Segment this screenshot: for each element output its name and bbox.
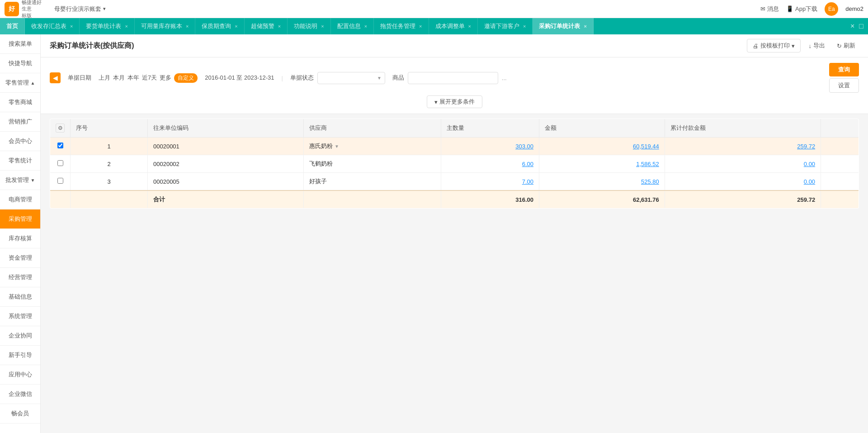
sidebar-item-app-center[interactable]: 应用中心 xyxy=(0,365,40,385)
app-download-button[interactable]: 📱 App下载 xyxy=(786,5,817,13)
table-header-row: ⚙ 序号 往来单位编码 供应商 主数量 金额 累计付款金额 xyxy=(50,119,859,138)
sidebar-item-member[interactable]: 会员中心 xyxy=(0,132,40,151)
custom-date-badge[interactable]: 自定义 xyxy=(174,73,198,83)
avatar: Ea xyxy=(825,2,838,16)
tab-close-icon[interactable]: × xyxy=(278,24,281,29)
sidebar-item-member2[interactable]: 畅会员 xyxy=(0,404,40,423)
page-title: 采购订单统计表(按供应商) xyxy=(50,41,134,51)
sidebar-item-retail-stats[interactable]: 零售统计 xyxy=(0,151,40,171)
sidebar-item-basic-info[interactable]: 基础信息 xyxy=(0,287,40,307)
tab-maximize-button[interactable]: □ xyxy=(859,22,863,30)
row-checkbox[interactable] xyxy=(50,155,71,173)
product-input[interactable] xyxy=(408,72,498,84)
tab-tuohuoRenwu[interactable]: 拖货任务管理 × xyxy=(374,18,429,34)
tab-chengbenTiaozheng[interactable]: 成本调整单 × xyxy=(429,18,478,34)
tab-peizhi[interactable]: 配置信息 × xyxy=(331,18,374,34)
shortcut-this-year[interactable]: 本年 xyxy=(127,74,139,82)
sidebar-item-system[interactable]: 系统管理 xyxy=(0,307,40,326)
tab-yaohuoDanTongji[interactable]: 要货单统计表 × xyxy=(80,18,134,34)
query-button[interactable]: 查询 xyxy=(829,63,859,76)
sidebar-item-marketing[interactable]: 营销推广 xyxy=(0,112,40,132)
sidebar-item-retail-shop[interactable]: 零售商城 xyxy=(0,93,40,112)
expand-more-row: ▾ 展开更多条件 xyxy=(50,93,859,108)
column-settings-icon[interactable]: ⚙ xyxy=(56,124,65,133)
product-more-icon[interactable]: ... xyxy=(502,75,507,81)
sidebar-item-quick-nav[interactable]: 快捷导航 xyxy=(0,54,40,73)
filter-toggle-button[interactable]: ◀ xyxy=(50,72,61,83)
status-select[interactable]: 待审核 已审核 已关闭 xyxy=(317,72,385,84)
row-main-qty[interactable]: 303.00 xyxy=(441,138,539,155)
sidebar-item-retail-manage[interactable]: 零售管理 ▲ xyxy=(0,73,40,93)
sidebar-item-inventory[interactable]: 库存核算 xyxy=(0,229,40,248)
tab-close-icon[interactable]: × xyxy=(235,24,237,29)
sidebar-item-ecommerce[interactable]: 电商管理 xyxy=(0,190,40,209)
tab-close-icon[interactable]: × xyxy=(468,24,471,29)
row-amount[interactable]: 1,586.52 xyxy=(539,155,665,173)
sidebar-item-operation[interactable]: 经营管理 xyxy=(0,268,40,287)
tab-close-icon[interactable]: × xyxy=(70,24,73,29)
th-amount: 金额 xyxy=(539,119,665,138)
settings-button[interactable]: 设置 xyxy=(829,78,859,93)
row-main-qty[interactable]: 7.00 xyxy=(441,173,539,191)
row-extra xyxy=(821,138,859,155)
tab-gongnengShuoming[interactable]: 功能说明 × xyxy=(288,18,330,34)
shortcut-7-days[interactable]: 近7天 xyxy=(142,74,157,82)
row-amount[interactable]: 525.80 xyxy=(539,173,665,191)
table-footer-row: 合计 316.00 62,631.76 259.72 xyxy=(50,190,859,209)
tab-close-icon[interactable]: × xyxy=(419,24,422,29)
workspace-selector[interactable]: 母婴行业演示账套 ▾ xyxy=(54,5,106,13)
tab-home[interactable]: 首页 xyxy=(0,18,25,34)
table-row[interactable]: 2 00020002 飞鹤奶粉 6.00 1,586.52 0.00 xyxy=(50,155,859,173)
sidebar-item-enterprise-wechat[interactable]: 企业微信 xyxy=(0,385,40,404)
sidebar-item-purchase[interactable]: 采购管理 xyxy=(0,209,40,229)
th-settings[interactable]: ⚙ xyxy=(50,119,71,138)
expand-more-button[interactable]: ▾ 展开更多条件 xyxy=(427,95,482,108)
shortcut-last-month[interactable]: 上月 xyxy=(99,74,110,82)
data-table: ⚙ 序号 往来单位编码 供应商 主数量 金额 累计付款金额 1 xyxy=(50,119,859,209)
template-print-button[interactable]: 🖨 按模板打印 ▾ xyxy=(747,39,801,52)
refresh-icon: ↻ xyxy=(837,43,842,49)
tab-chaochuYujing[interactable]: 超储预警 × xyxy=(245,18,288,34)
message-button[interactable]: ✉ 消息 xyxy=(760,5,779,13)
row-amount[interactable]: 60,519.44 xyxy=(539,138,665,155)
row-paid-amount[interactable]: 259.72 xyxy=(665,138,821,155)
row-paid-amount[interactable]: 0.00 xyxy=(665,173,821,191)
th-paid-amount: 累计付款金额 xyxy=(665,119,821,138)
row-main-qty[interactable]: 6.00 xyxy=(441,155,539,173)
sidebar-item-finance[interactable]: 资金管理 xyxy=(0,248,40,268)
row-checkbox[interactable] xyxy=(50,138,71,155)
sidebar-item-enterprise[interactable]: 企业协同 xyxy=(0,326,40,346)
table-row[interactable]: 3 00020005 好孩子 7.00 525.80 0.00 xyxy=(50,173,859,191)
tab-shoufafaHuizong[interactable]: 收发存汇总表 × xyxy=(25,18,80,34)
th-no: 序号 xyxy=(71,119,148,138)
sidebar: 搜索菜单 快捷导航 零售管理 ▲ 零售商城 营销推广 会员中心 零售统计 批发管… xyxy=(0,34,41,433)
tab-keyongLiangKuCun[interactable]: 可用量库存账本 × xyxy=(135,18,195,34)
shortcut-more[interactable]: 更多 xyxy=(160,74,171,82)
tab-close-icon[interactable]: × xyxy=(186,24,189,29)
shortcut-this-month[interactable]: 本月 xyxy=(113,74,125,82)
tab-minimize-button[interactable]: × xyxy=(850,22,854,30)
sidebar-item-new-guide[interactable]: 新手引导 xyxy=(0,346,40,365)
filter-date-range: 2016-01-01 至 2023-12-31 xyxy=(205,74,274,82)
row-paid-amount[interactable]: 0.00 xyxy=(665,155,821,173)
row-checkbox[interactable] xyxy=(50,173,71,191)
tab-baoquanQiChaxun[interactable]: 保质期查询 × xyxy=(195,18,244,34)
refresh-button[interactable]: ↻ 刷新 xyxy=(833,39,859,52)
tab-caigouDingdan[interactable]: 采购订单统计表 × xyxy=(533,18,593,34)
sidebar-item-wholesale[interactable]: 批发管理 ▼ xyxy=(0,171,40,190)
tab-close-icon[interactable]: × xyxy=(125,24,127,29)
row-no: 3 xyxy=(71,173,148,191)
table-row[interactable]: 1 00020001 惠氏奶粉 ▼ 303.00 60,519.44 259.7… xyxy=(50,138,859,155)
main-layout: 搜索菜单 快捷导航 零售管理 ▲ 零售商城 营销推广 会员中心 零售统计 批发管… xyxy=(0,34,868,433)
tab-close-icon[interactable]: × xyxy=(364,24,367,29)
export-button[interactable]: ↓ 导出 xyxy=(805,39,829,52)
tab-close-active-icon[interactable]: × xyxy=(584,24,586,29)
tab-close-icon[interactable]: × xyxy=(321,24,324,29)
user-name[interactable]: demo2 xyxy=(845,5,863,12)
logo-icon: 好 xyxy=(5,2,19,16)
row-no: 1 xyxy=(71,138,148,155)
sidebar-item-search[interactable]: 搜索菜单 xyxy=(0,34,40,54)
tab-close-icon[interactable]: × xyxy=(523,24,526,29)
nav-tabs-end: × □ xyxy=(846,18,868,34)
tab-yaoqingXiayou[interactable]: 邀请下游客户 × xyxy=(478,18,533,34)
